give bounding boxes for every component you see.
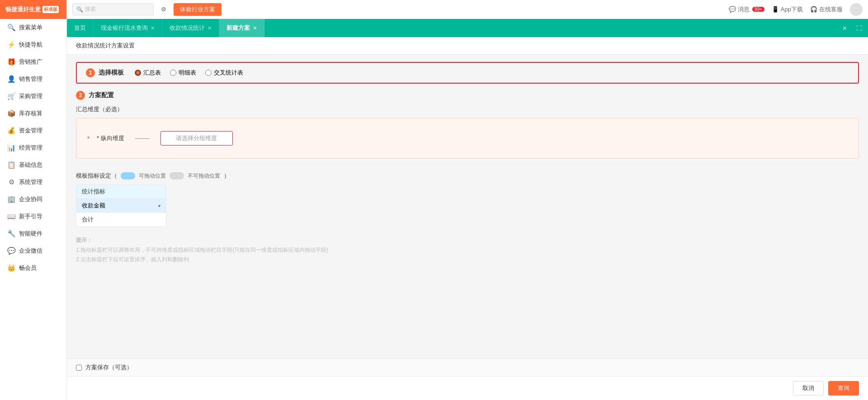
step2-label: 2 方案配置 <box>76 91 114 100</box>
sidebar-item-basicinfo[interactable]: 📋 基础信息 <box>0 156 66 174</box>
metrics-title-text: 模板指标设定（ <box>76 172 117 180</box>
sidebar-item-label: 资金管理 <box>19 127 42 135</box>
topbar-search[interactable]: 🔍 搜索 <box>72 3 154 15</box>
sidebar-item-operations[interactable]: 📊 经营管理 <box>0 139 66 156</box>
radio-detail-input[interactable] <box>170 70 176 76</box>
save-checkbox[interactable] <box>76 365 82 371</box>
topbar-right: 💬 消息 99+ 📱 App下载 🎧 在线客服 <box>729 3 863 16</box>
tab-cash-bank-label: 现金银行流水查询 <box>101 24 148 32</box>
metrics-close-paren: ） <box>224 172 230 180</box>
tab-new-plan-label: 新建方案 <box>226 24 250 32</box>
radio-summary-input[interactable] <box>135 70 141 76</box>
radio-cross[interactable]: 交叉统计表 <box>205 69 243 77</box>
step1-container: 1 选择模板 汇总表 明细表 <box>76 62 859 84</box>
sidebar-item-wechat[interactable]: 💬 企业微信 <box>0 242 66 259</box>
tab-cash-bank[interactable]: 现金银行流水查询 ✕ <box>94 19 162 37</box>
member-icon: 👑 <box>7 264 15 272</box>
service-label: 在线客服 <box>819 5 843 14</box>
sidebar-item-label: 企业微信 <box>19 247 42 255</box>
step2-num: 2 <box>76 91 85 100</box>
sidebar-item-label: 畅会员 <box>19 264 37 272</box>
sidebar-item-label: 基础信息 <box>19 161 42 169</box>
tab-close-all-button[interactable]: ✕ <box>839 23 850 33</box>
tab-home[interactable]: 首页 <box>67 19 94 37</box>
inventory-icon: 📦 <box>7 109 15 118</box>
metrics-label-row: 模板指标设定（ 可拖动位置 不可拖动位置 ） <box>76 172 859 180</box>
metrics-table: 统计指标 收款金额 ▾ 合计 <box>76 184 166 227</box>
tips-title: 提示： <box>76 237 92 243</box>
wechat-icon: 💬 <box>7 247 15 255</box>
sidebar-item-label: 企业协同 <box>19 195 42 203</box>
sidebar-item-label: 营销推广 <box>19 58 42 66</box>
sidebar-item-quicknav[interactable]: ⚡ 快捷导航 <box>0 36 66 53</box>
topbar: 🔍 搜索 ⚙ 体验行业方案 💬 消息 99+ 📱 App下载 🎧 在线客服 <box>67 0 868 19</box>
notification-button[interactable]: 💬 消息 99+ <box>729 5 764 14</box>
download-icon: 📱 <box>772 6 779 13</box>
sidebar-item-search[interactable]: 🔍 搜索菜单 <box>0 19 66 36</box>
footer: 取消 查询 <box>67 376 868 400</box>
tips-area: 提示： 1.拖动标题栏可以调整布局，不可跨维度或指标区域拖动栏目字段(只能在同一… <box>76 235 859 265</box>
step2-title: 方案配置 <box>89 91 114 99</box>
sidebar: 畅捷通好生意 标准版 🔍 搜索菜单 ⚡ 快捷导航 🎁 营销推广 👤 销售管理 🛒… <box>0 0 67 400</box>
dropdown-icon: ▾ <box>158 203 160 208</box>
tab-cash-bank-close[interactable]: ✕ <box>151 25 155 31</box>
sidebar-item-purchase[interactable]: 🛒 采购管理 <box>0 88 66 105</box>
search-icon: 🔍 <box>76 6 83 13</box>
query-button[interactable]: 查询 <box>828 381 859 395</box>
hardware-icon: 🔧 <box>7 230 15 238</box>
notification-icon: 💬 <box>729 6 736 13</box>
step1-title: 选择模板 <box>99 69 124 77</box>
download-button[interactable]: 📱 App下载 <box>772 5 803 14</box>
sidebar-item-inventory[interactable]: 📦 库存核算 <box>0 105 66 122</box>
sidebar-item-label: 新手引导 <box>19 212 42 221</box>
sidebar-item-label: 搜索菜单 <box>19 24 42 32</box>
sidebar-item-label: 销售管理 <box>19 75 42 83</box>
radio-detail[interactable]: 明细表 <box>170 69 196 77</box>
sales-icon: 👤 <box>7 75 15 83</box>
sidebar-item-enterprise[interactable]: 🏢 企业协同 <box>0 191 66 208</box>
logo-badge: 标准版 <box>42 6 59 13</box>
download-label: App下载 <box>781 5 803 14</box>
dim-row-label: * 纵向维度 <box>97 134 124 142</box>
template-radio-group: 汇总表 明细表 交叉统计表 <box>135 69 243 77</box>
radio-detail-label: 明细表 <box>179 69 196 77</box>
radio-summary[interactable]: 汇总表 <box>135 69 161 77</box>
industry-button[interactable]: 体验行业方案 <box>174 3 222 16</box>
tab-receipt-stats-label: 收款情况统计 <box>170 24 205 32</box>
tab-new-plan[interactable]: 新建方案 ✕ <box>219 19 264 37</box>
sidebar-item-guide[interactable]: 📖 新手引导 <box>0 208 66 225</box>
metrics-col-header[interactable]: 收款金额 ▾ <box>76 199 166 212</box>
cancel-button[interactable]: 取消 <box>793 381 824 395</box>
tab-receipt-stats[interactable]: 收款情况统计 ✕ <box>162 19 219 37</box>
sidebar-item-label: 智能硬件 <box>19 230 42 238</box>
operations-icon: 📊 <box>7 144 15 152</box>
draggable-label: 可拖动位置 <box>139 172 166 180</box>
radio-cross-input[interactable] <box>205 70 212 76</box>
page-body: 1 选择模板 汇总表 明细表 <box>67 55 868 358</box>
guide-icon: 📖 <box>7 212 15 221</box>
sidebar-item-label: 系统管理 <box>19 178 42 186</box>
template-section: 1 选择模板 汇总表 明细表 <box>76 62 859 84</box>
sidebar-item-sales[interactable]: 👤 销售管理 <box>0 71 66 88</box>
service-button[interactable]: 🎧 在线客服 <box>810 5 843 14</box>
tabbar: 首页 现金银行流水查询 ✕ 收款情况统计 ✕ 新建方案 ✕ ✕ ⛶ <box>67 19 868 37</box>
sidebar-item-marketing[interactable]: 🎁 营销推广 <box>0 53 66 71</box>
sidebar-item-finance[interactable]: 💰 资金管理 <box>0 122 66 139</box>
tab-receipt-stats-close[interactable]: ✕ <box>208 25 212 31</box>
tips-line2: 2.点击标题栏下拉可设置排序、插入列和删除列 <box>76 255 859 265</box>
gear-button[interactable]: ⚙ <box>157 3 170 16</box>
sidebar-item-member[interactable]: 👑 畅会员 <box>0 259 66 277</box>
dim-select-button[interactable]: 请选择分组维度 <box>160 131 233 146</box>
non-draggable-toggle[interactable] <box>170 172 184 179</box>
tab-expand-button[interactable]: ⛶ <box>854 23 864 33</box>
tab-new-plan-close[interactable]: ✕ <box>253 25 257 31</box>
notif-badge: 99+ <box>752 7 764 12</box>
sidebar-item-label: 采购管理 <box>19 92 42 100</box>
sidebar-item-system[interactable]: ⚙ 系统管理 <box>0 174 66 191</box>
tabbar-right: ✕ ⛶ <box>839 23 868 33</box>
user-avatar[interactable] <box>850 3 863 16</box>
draggable-toggle[interactable] <box>121 172 135 179</box>
dim-arrow: —— <box>135 134 150 142</box>
radio-cross-label: 交叉统计表 <box>214 69 243 77</box>
sidebar-item-hardware[interactable]: 🔧 智能硬件 <box>0 225 66 242</box>
